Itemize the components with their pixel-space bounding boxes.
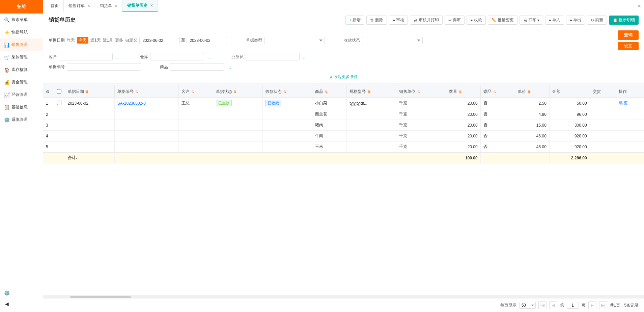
collapse-button[interactable]: ∧ 收起更多条件 bbox=[330, 74, 358, 80]
audit-button[interactable]: ● 审核 bbox=[389, 16, 408, 25]
cell-row-num: 1 bbox=[43, 98, 54, 109]
refresh-button[interactable]: ↻ 刷新 bbox=[587, 16, 607, 25]
cell-doc-status bbox=[213, 131, 262, 141]
tab-sales-order-close[interactable]: ✕ bbox=[87, 4, 90, 8]
sidebar-collapse[interactable]: ◀ bbox=[0, 298, 43, 309]
basic-icon: 📋 bbox=[4, 105, 9, 110]
payment-status-select[interactable] bbox=[362, 37, 423, 44]
sidebar-item-purchase[interactable]: 🛒 采购管理 bbox=[0, 51, 43, 63]
cell-unit: 千克 bbox=[396, 120, 446, 131]
scrollbar-thumb[interactable] bbox=[70, 296, 131, 298]
delete-button[interactable]: 🗑 删除 bbox=[366, 16, 387, 25]
tab-home[interactable]: 首页 bbox=[46, 0, 64, 12]
edit-action[interactable]: 编 bbox=[619, 101, 623, 105]
sidebar-item-operations[interactable]: 📈 经营管理 bbox=[0, 88, 43, 101]
sidebar-item-basic[interactable]: 📋 基础信息 bbox=[0, 101, 43, 113]
sidebar-item-system[interactable]: ⚙️ 系统管理 bbox=[0, 113, 43, 126]
shortcut-7days[interactable]: 近1天 bbox=[90, 37, 101, 43]
tab-sales-delivery[interactable]: 销货单 ✕ bbox=[95, 0, 122, 12]
col-doc-status[interactable]: 单据状态 ⇅ bbox=[213, 86, 262, 98]
col-payment-status[interactable]: 收款状态 ⇅ bbox=[262, 86, 312, 98]
data-table: ⚙ 单据日期 ⇅ 单据编号 ⇅ 客户 ⇅ bbox=[43, 86, 644, 163]
shortcut-more[interactable]: 更多 bbox=[115, 37, 123, 43]
customer-picker[interactable]: ... bbox=[115, 54, 121, 60]
col-gift[interactable]: 赠品 ⇅ bbox=[480, 86, 515, 98]
col-price[interactable]: 单价 ⇅ bbox=[515, 86, 549, 98]
doc-no-input[interactable] bbox=[67, 63, 141, 71]
export-button[interactable]: ● 导出 bbox=[566, 16, 585, 25]
warehouse-input[interactable] bbox=[150, 53, 204, 60]
sidebar-item-sales[interactable]: 📊 销售管理 bbox=[0, 38, 43, 51]
staff-input[interactable] bbox=[246, 53, 300, 60]
table-container: ⚙ 单据日期 ⇅ 单据编号 ⇅ 客户 ⇅ bbox=[43, 86, 644, 295]
summary-label bbox=[43, 152, 65, 163]
query-button[interactable]: 查询 bbox=[618, 30, 639, 40]
tab-sales-delivery-close[interactable]: ✕ bbox=[115, 4, 117, 8]
cell-spec bbox=[347, 131, 396, 141]
cell-gift: 否 bbox=[480, 141, 515, 153]
abandon-button[interactable]: ↩ 弃审 bbox=[445, 16, 465, 25]
cell-qty: 20.00 bbox=[446, 131, 480, 141]
row-checkbox[interactable] bbox=[57, 101, 61, 105]
import-button[interactable]: ● 导入 bbox=[545, 16, 564, 25]
col-spec[interactable]: 规格型号 ⇅ bbox=[347, 86, 396, 98]
sidebar-item-finance[interactable]: 💰 资金管理 bbox=[0, 76, 43, 88]
last-page-button[interactable]: ▶| bbox=[599, 301, 607, 309]
sidebar-settings[interactable]: ⚙️ bbox=[0, 288, 43, 298]
col-doc-no[interactable]: 单据编号 ⇅ bbox=[114, 86, 178, 98]
first-page-button[interactable]: |◀ bbox=[538, 301, 547, 309]
shortcut-1month[interactable]: 近1月 bbox=[103, 37, 113, 43]
cell-customer bbox=[178, 131, 213, 141]
sidebar-label-basic: 基础信息 bbox=[11, 104, 28, 110]
horizontal-scrollbar[interactable] bbox=[43, 295, 644, 298]
shortcut-custom[interactable]: 自定义 bbox=[125, 37, 137, 43]
print-button[interactable]: 🖨 打印 ▾ bbox=[520, 16, 543, 25]
sidebar-item-shortcuts[interactable]: ⚡ 快捷导航 bbox=[0, 26, 43, 38]
col-qty[interactable]: 数量 ⇅ bbox=[446, 86, 480, 98]
col-unit[interactable]: 销售单位 ⇅ bbox=[396, 86, 446, 98]
shortcut-yesterday[interactable]: 昨天 bbox=[67, 37, 75, 43]
tab-sales-history[interactable]: 销货单历史 ✕ bbox=[122, 0, 158, 12]
customer-input[interactable] bbox=[59, 53, 113, 60]
cell-unit: 千克 bbox=[396, 109, 446, 120]
batch-change-button[interactable]: ✏️ 批量变更 bbox=[488, 16, 517, 25]
display-detail-button[interactable]: 📋 显示明细 bbox=[609, 16, 639, 25]
next-page-button[interactable]: ▶ bbox=[588, 301, 596, 309]
collect-button[interactable]: ● 收款 bbox=[467, 16, 485, 25]
window-close-icon[interactable]: ✕ bbox=[637, 3, 641, 9]
warehouse-picker[interactable]: ... bbox=[206, 54, 213, 60]
doc-no-link[interactable]: SA-20230602-0 bbox=[117, 101, 146, 106]
col-settings[interactable]: ⚙ bbox=[43, 86, 54, 98]
select-all-checkbox[interactable] bbox=[57, 89, 61, 94]
filter-settings-button[interactable]: 设置 bbox=[618, 42, 639, 50]
date-end-input[interactable] bbox=[187, 37, 227, 44]
per-page-select[interactable]: 50 20 100 bbox=[519, 302, 536, 309]
goods-picker[interactable]: ... bbox=[226, 64, 232, 70]
collapse-label: 收起更多条件 bbox=[334, 74, 358, 80]
tab-sales-history-close[interactable]: ✕ bbox=[150, 4, 153, 7]
cell-goods: 牛肉 bbox=[312, 131, 347, 141]
summary-empty bbox=[114, 152, 446, 163]
goods-input[interactable] bbox=[170, 63, 224, 71]
doc-type-select[interactable] bbox=[264, 37, 325, 44]
date-start-input[interactable] bbox=[139, 37, 180, 44]
sidebar-item-inventory[interactable]: 🏠 库存核算 bbox=[0, 63, 43, 76]
toolbar: + 新增 🗑 删除 ● 审核 🖨 审核并打印 ↩ 弃审 bbox=[345, 16, 639, 25]
sidebar-item-search[interactable]: 🔍 搜索菜单 bbox=[0, 14, 43, 26]
cell-row-num: 2 bbox=[43, 109, 54, 120]
new-button[interactable]: + 新增 bbox=[345, 16, 364, 25]
col-doc-date[interactable]: 单据日期 ⇅ bbox=[65, 86, 114, 98]
cell-price: 46.00 bbox=[515, 141, 549, 153]
new-icon: + bbox=[349, 18, 352, 23]
col-goods[interactable]: 商品 ⇅ bbox=[312, 86, 347, 98]
tab-sales-order[interactable]: 销售订单 ✕ bbox=[64, 0, 95, 12]
page-input[interactable] bbox=[567, 302, 579, 309]
staff-picker[interactable]: ... bbox=[302, 54, 308, 60]
page-suffix: 页 bbox=[582, 303, 586, 308]
more-action[interactable]: 更 bbox=[624, 101, 628, 105]
prev-page-button[interactable]: ◀ bbox=[549, 301, 557, 309]
shortcut-today[interactable]: 今天 bbox=[77, 37, 88, 44]
cell-doc-no bbox=[114, 120, 178, 131]
col-customer[interactable]: 客户 ⇅ bbox=[178, 86, 213, 98]
audit-print-button[interactable]: 🖨 审核并打印 bbox=[410, 16, 443, 25]
